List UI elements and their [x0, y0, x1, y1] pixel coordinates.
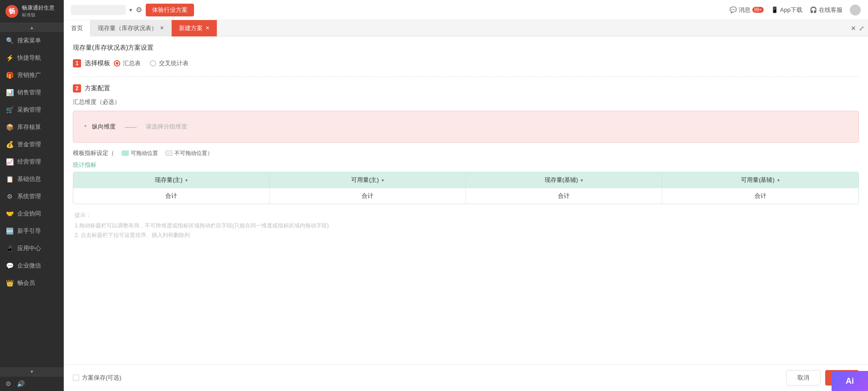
- sidebar-scroll-up[interactable]: ▲: [0, 23, 64, 32]
- nav-icon-system: ⚙: [5, 192, 14, 201]
- logo-text: 畅康通好生意: [22, 5, 55, 12]
- sidebar-item-base-info[interactable]: 📋基础信息: [0, 170, 64, 188]
- dim-area[interactable]: * 纵向维度 —— 请选择分组维度: [73, 111, 859, 143]
- app-download-item[interactable]: 📱 App下载: [771, 6, 802, 14]
- movable-dot: [122, 150, 129, 156]
- message-badge: 99+: [752, 7, 764, 13]
- sidebar-item-marketing[interactable]: 🎁营销推广: [0, 67, 64, 84]
- logo-icon: 畅: [5, 5, 18, 18]
- nav-icon-search: 🔍: [5, 36, 14, 45]
- online-service-item[interactable]: 🎧 在线客服: [810, 6, 842, 14]
- radio-group-template: 汇总表 交叉统计表: [114, 59, 189, 67]
- tab-new-scheme[interactable]: 新建方案 ✕: [172, 20, 217, 36]
- tab-new-scheme-close-icon[interactable]: ✕: [205, 25, 209, 31]
- radio-cross-table[interactable]: 交叉统计表: [150, 59, 189, 67]
- topbar-right: 💬 消息 99+ 📱 App下载 🎧 在线客服: [730, 5, 861, 15]
- sidebar: 畅 畅康通好生意 标准版 ▲ 🔍搜索菜单⚡快捷导航🎁营销推广📊销售管理🛒采购管理…: [0, 0, 64, 391]
- trial-btn[interactable]: 体验行业方案: [146, 4, 194, 16]
- tab-new-scheme-label: 新建方案: [179, 24, 203, 32]
- sidebar-item-purchase[interactable]: 🛒采购管理: [0, 101, 64, 118]
- nav-icon-finance: 💰: [5, 140, 14, 149]
- col-chevron-icon[interactable]: ▾: [382, 178, 384, 183]
- col-header-label: 现存量(主): [155, 176, 183, 184]
- tab-inventory-close-icon[interactable]: ✕: [160, 25, 164, 31]
- sidebar-item-inventory[interactable]: 📦库存核算: [0, 118, 64, 136]
- nav-label-marketing: 营销推广: [17, 71, 41, 79]
- ai-button[interactable]: Ai: [832, 371, 868, 391]
- sidebar-logo: 畅 畅康通好生意 标准版: [0, 0, 64, 23]
- nav-label-inventory: 库存核算: [17, 123, 41, 131]
- speaker-icon[interactable]: 🔊: [17, 380, 25, 387]
- topbar-settings-icon[interactable]: ⚙: [136, 5, 142, 14]
- app-download-label: App下载: [780, 6, 802, 14]
- nav-icon-wechat: 💬: [5, 262, 14, 270]
- radio-summary-table[interactable]: 汇总表: [114, 59, 141, 67]
- app-download-icon: 📱: [771, 6, 778, 13]
- page-content: 现存量(库存状况表)方案设置 1 选择模板 汇总表 交叉统计表: [64, 36, 868, 364]
- save-checkbox-box[interactable]: [73, 375, 79, 381]
- stats-table-header: 现存量(主)▾可用量(主)▾现存量(基辅)▾可用量(基辅)▾: [73, 172, 858, 188]
- sidebar-item-system[interactable]: ⚙系统管理: [0, 188, 64, 205]
- nav-label-finance: 资金管理: [17, 140, 41, 149]
- section-2-num: 2: [73, 84, 81, 93]
- indicator-row: 模板指标设定（ 可拖动位置 不可拖动位置）: [73, 149, 859, 157]
- main-wrapper: ▾ ⚙ 体验行业方案 💬 消息 99+ 📱 App下载 🎧 在线客服 首页: [64, 0, 868, 391]
- settings-icon[interactable]: ⚙: [5, 380, 11, 387]
- dim-dash: ——: [125, 123, 137, 130]
- stats-col-cell: 合计: [662, 188, 858, 204]
- col-chevron-icon[interactable]: ▾: [581, 178, 583, 183]
- indicator-fixed-badge: 不可拖动位置）: [165, 149, 213, 157]
- sidebar-item-cooperation[interactable]: 🤝企业协同: [0, 205, 64, 222]
- sidebar-item-sales[interactable]: 📊销售管理: [0, 84, 64, 101]
- col-chevron-icon[interactable]: ▾: [777, 178, 780, 183]
- stats-label: 统计指标: [73, 161, 859, 169]
- nav-label-purchase: 采购管理: [17, 106, 41, 114]
- user-avatar[interactable]: [850, 5, 861, 15]
- tips-item-2: 2. 点击标题栏下拉可设置排序、插入列和删除列: [75, 232, 857, 239]
- sidebar-item-operations[interactable]: 📈经营管理: [0, 153, 64, 170]
- radio-cross-label: 交叉统计表: [159, 59, 189, 67]
- sidebar-item-quick-nav[interactable]: ⚡快捷导航: [0, 49, 64, 67]
- tab-close-window-icon[interactable]: ✕: [851, 25, 856, 32]
- nav-icon-marketing: 🎁: [5, 71, 14, 79]
- fixed-dot: [165, 150, 173, 156]
- stats-col-cell: 合计: [466, 188, 662, 204]
- nav-label-new-guide: 新手引导: [17, 227, 41, 235]
- col-header-label: 现存量(基辅): [545, 176, 578, 184]
- nav-icon-sales: 📊: [5, 88, 14, 97]
- tab-home[interactable]: 首页: [64, 20, 91, 36]
- topbar-search-input[interactable]: [71, 5, 126, 15]
- stats-col-header[interactable]: 现存量(主)▾: [73, 172, 270, 188]
- section-1-num: 1: [73, 59, 81, 67]
- nav-icon-cooperation: 🤝: [5, 210, 14, 218]
- sidebar-item-new-guide[interactable]: 🆕新手引导: [0, 222, 64, 240]
- stats-col-cell: 合计: [73, 188, 270, 204]
- nav-label-wechat: 企业微信: [17, 262, 41, 270]
- stats-table-body: 合计合计合计合计: [73, 188, 858, 204]
- col-chevron-icon[interactable]: ▾: [185, 178, 188, 183]
- stats-col-header[interactable]: 可用量(主)▾: [270, 172, 466, 188]
- sidebar-scroll-down[interactable]: ▼: [0, 367, 64, 376]
- sidebar-item-wechat[interactable]: 💬企业微信: [0, 257, 64, 274]
- nav-label-sales: 销售管理: [17, 88, 41, 97]
- sidebar-item-member[interactable]: 👑畅会员: [0, 274, 64, 292]
- save-checkbox-label: 方案保存(可选): [82, 374, 122, 382]
- stats-col-header[interactable]: 可用量(基辅)▾: [662, 172, 858, 188]
- stats-table: 现存量(主)▾可用量(主)▾现存量(基辅)▾可用量(基辅)▾ 合计合计合计合计: [73, 172, 859, 204]
- tabs-actions: ✕ ⤢: [851, 25, 868, 32]
- sidebar-item-finance[interactable]: 💰资金管理: [0, 136, 64, 153]
- tab-expand-icon[interactable]: ⤢: [859, 25, 864, 32]
- topbar-dropdown-icon[interactable]: ▾: [129, 7, 132, 13]
- stats-col-header[interactable]: 现存量(基辅)▾: [466, 172, 662, 188]
- nav-icon-purchase: 🛒: [5, 106, 14, 114]
- topbar: ▾ ⚙ 体验行业方案 💬 消息 99+ 📱 App下载 🎧 在线客服: [64, 0, 868, 20]
- tab-inventory-status-label: 现存量（库存状况表）: [98, 24, 157, 32]
- sidebar-item-app-center[interactable]: 📱应用中心: [0, 240, 64, 257]
- message-item[interactable]: 💬 消息 99+: [730, 6, 764, 14]
- save-checkbox[interactable]: 方案保存(可选): [73, 374, 122, 382]
- tab-inventory-status[interactable]: 现存量（库存状况表） ✕: [91, 20, 172, 36]
- sidebar-nav: 🔍搜索菜单⚡快捷导航🎁营销推广📊销售管理🛒采购管理📦库存核算💰资金管理📈经营管理…: [0, 32, 64, 367]
- sidebar-item-search[interactable]: 🔍搜索菜单: [0, 32, 64, 49]
- dim-field-name: 纵向维度: [92, 123, 116, 131]
- cancel-button[interactable]: 取消: [786, 370, 821, 386]
